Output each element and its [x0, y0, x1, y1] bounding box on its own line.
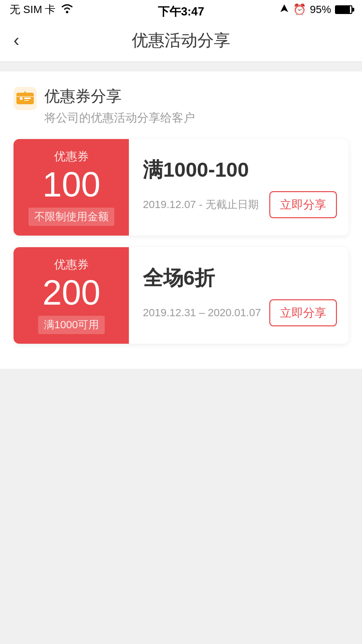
- coupon-meta-2: 2019.12.31 – 2020.01.07 立即分享: [143, 299, 337, 326]
- share-button-1[interactable]: 立即分享: [269, 191, 337, 218]
- share-button-2[interactable]: 立即分享: [269, 299, 337, 326]
- wifi-icon: [60, 3, 74, 16]
- status-left: 无 SIM 卡: [10, 2, 74, 17]
- svg-rect-3: [16, 96, 34, 97]
- coupon-card-2: 优惠券 200 满1000可用 全场6折 2019.12.31 – 2020.0…: [14, 247, 348, 344]
- status-bar: 无 SIM 卡 下午3:47 ⏰ 95%: [0, 0, 362, 19]
- coupon-title-2: 全场6折: [143, 265, 337, 292]
- carrier-label: 无 SIM 卡: [10, 2, 56, 17]
- coupon-date-1: 2019.12.07 - 无截止日期: [143, 197, 259, 212]
- coupon-right-1: 满1000-100 2019.12.07 - 无截止日期 立即分享: [129, 139, 348, 236]
- section-subtitle: 将公司的优惠活动分享给客户: [44, 110, 195, 126]
- nav-title: 优惠活动分享: [132, 29, 230, 52]
- status-time: 下午3:47: [158, 4, 204, 19]
- battery-icon: [335, 5, 352, 14]
- coupon-meta-1: 2019.12.07 - 无截止日期 立即分享: [143, 191, 337, 218]
- section-header: 优惠券分享 将公司的优惠活动分享给客户: [0, 71, 362, 139]
- svg-point-4: [20, 97, 23, 100]
- alarm-icon: ⏰: [293, 3, 306, 16]
- coupon-amount-1: 100: [42, 167, 100, 202]
- coupon-restriction-2: 满1000可用: [38, 316, 105, 334]
- section-title: 优惠券分享: [44, 86, 195, 107]
- coupon-right-2: 全场6折 2019.12.31 – 2020.01.07 立即分享: [129, 247, 348, 344]
- location-icon: [279, 3, 289, 16]
- coupon-restriction-1: 不限制使用金额: [28, 208, 114, 226]
- status-right: ⏰ 95%: [279, 3, 352, 16]
- svg-rect-5: [24, 98, 31, 99]
- coupon-label-1: 优惠券: [54, 149, 89, 164]
- nav-bar: ‹ 优惠活动分享: [0, 19, 362, 62]
- empty-area: [0, 369, 362, 634]
- coupon-label-2: 优惠券: [54, 257, 89, 272]
- section-icon: [14, 87, 37, 110]
- coupon-list: 优惠券 100 不限制使用金额 满1000-100 2019.12.07 - 无…: [0, 139, 362, 369]
- coupon-left-2: 优惠券 200 满1000可用: [14, 247, 129, 344]
- coupon-amount-2: 200: [42, 275, 100, 310]
- coupon-title-1: 满1000-100: [143, 156, 337, 183]
- top-separator: [0, 62, 362, 71]
- coupon-card: 优惠券 100 不限制使用金额 满1000-100 2019.12.07 - 无…: [14, 139, 348, 236]
- back-button[interactable]: ‹: [14, 30, 19, 51]
- svg-point-0: [66, 11, 69, 14]
- svg-rect-6: [24, 100, 29, 101]
- battery-percent: 95%: [310, 3, 331, 16]
- coupon-left-1: 优惠券 100 不限制使用金额: [14, 139, 129, 236]
- coupon-date-2: 2019.12.31 – 2020.01.07: [143, 307, 261, 319]
- section-text: 优惠券分享 将公司的优惠活动分享给客户: [44, 86, 195, 126]
